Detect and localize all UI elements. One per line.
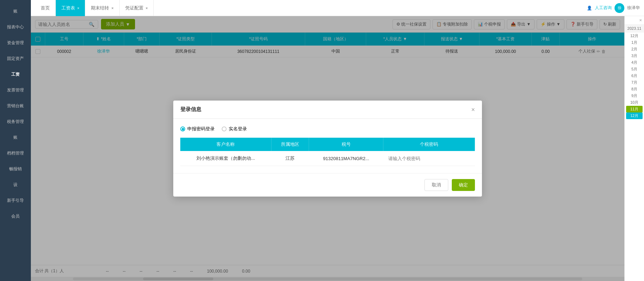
sidebar-item-tax-mgmt[interactable]: 税务管理 [0, 114, 31, 130]
modal-close-button[interactable]: × [471, 107, 475, 113]
sidebar-item-member[interactable]: 会员 [0, 208, 31, 224]
help-label[interactable]: 人工咨询 [595, 5, 612, 11]
sidebar-item-invoice-mgmt[interactable]: 发票管理 [0, 82, 31, 98]
sidebar-item-salary[interactable]: 工资 [0, 67, 31, 82]
calendar-month-12-prev[interactable]: 12月 [625, 33, 644, 39]
sidebar-item-fixed-assets[interactable]: 固定资产 [0, 51, 31, 67]
modal-cell-password [383, 151, 475, 166]
tab-voucher-config[interactable]: 凭证配置 × [120, 0, 154, 16]
tab-home[interactable]: 首页 [35, 0, 56, 16]
sidebar-item-report-center[interactable]: 报表中心 [0, 19, 31, 35]
tab-bar: 首页 工资表 × 期末结转 × 凭证配置 × 👤 人工咨询 徐 徐泽华 [31, 0, 644, 16]
tab-period-close-btn[interactable]: × [111, 0, 113, 16]
sidebar-item-sales-ledger[interactable]: 营销台账 [0, 98, 31, 114]
calendar-month-5[interactable]: 5月 [625, 66, 644, 73]
calendar-month-12[interactable]: 12月 [626, 112, 643, 119]
login-info-modal: 登录信息 × 申报密码登录 实名登录 [173, 101, 482, 197]
tab-period-close[interactable]: 期末结转 × [85, 0, 119, 16]
calendar-month-10[interactable]: 10月 [625, 99, 644, 106]
sidebar: 账 报表中心 资金管理 固定资产 工资 发票管理 营销台账 税务管理 账 档档管… [0, 0, 31, 281]
calendar-month-4[interactable]: 4月 [625, 59, 644, 66]
radio-password-login[interactable]: 申报密码登录 [180, 126, 215, 132]
tax-password-input[interactable] [388, 156, 470, 161]
sidebar-item-guide[interactable]: 新手引导 [0, 193, 31, 208]
modal-table: 客户名称 所属地区 税号 个税密码 刘小艳演示账套（勿删勿动... [180, 138, 475, 166]
sidebar-item-ledger[interactable]: 账 [0, 130, 31, 145]
modal-body: 申报密码登录 实名登录 客户名称 [173, 119, 482, 173]
radio-realname-login[interactable]: 实名登录 [222, 126, 247, 132]
calendar-close-button[interactable]: × [625, 16, 644, 24]
user-label[interactable]: 徐泽华 [627, 5, 640, 11]
calendar-month-11[interactable]: 11月 [626, 106, 643, 112]
calendar-panel: × 2023.11 12月 1月 2月 3月 4月 5月 6月 7月 8月 9月… [624, 16, 644, 281]
tab-salary[interactable]: 工资表 × [56, 0, 85, 16]
calendar-month-1[interactable]: 1月 [625, 39, 644, 46]
page-content: 🔍 添加人员 ▼ ⚙ 统一社保设置 📋 专项附加扣除 [31, 16, 624, 281]
calendar-month-6[interactable]: 6月 [625, 73, 644, 79]
sidebar-item-file-mgmt[interactable]: 档档管理 [0, 145, 31, 161]
tab-voucher-close[interactable]: × [146, 0, 148, 16]
sidebar-item-expense[interactable]: 畅报销 [0, 161, 31, 177]
modal-col-password: 个税密码 [383, 138, 475, 151]
modal-cell-tax-id: 91320811MA7NGR2... [309, 151, 383, 166]
tab-salary-close[interactable]: × [77, 0, 79, 16]
help-icon: 👤 [587, 6, 592, 11]
calendar-month-2[interactable]: 2月 [625, 46, 644, 53]
modal-table-row: 刘小艳演示账套（勿删勿动... 江苏 91320811MA7NGR2... [180, 151, 475, 166]
sidebar-item-account[interactable]: 账 [0, 4, 31, 19]
calendar-month-7[interactable]: 7月 [625, 79, 644, 86]
calendar-month-9[interactable]: 9月 [625, 92, 644, 99]
modal-header: 登录信息 × [173, 101, 482, 119]
modal-cell-region: 江苏 [271, 151, 309, 166]
calendar-month-3[interactable]: 3月 [625, 53, 644, 59]
confirm-button[interactable]: 确定 [452, 179, 475, 191]
modal-col-region: 所属地区 [271, 138, 309, 151]
calendar-month-8[interactable]: 8月 [625, 86, 644, 92]
calendar-year: 2023.11 [625, 24, 644, 33]
modal-footer: 取消 确定 [173, 173, 482, 197]
modal-overlay: 登录信息 × 申报密码登录 实名登录 [31, 16, 624, 281]
radio-realname-icon [222, 126, 227, 131]
cancel-button[interactable]: 取消 [424, 179, 448, 191]
sidebar-item-settings[interactable]: 设 [0, 177, 31, 193]
radio-password-icon [180, 126, 185, 131]
sidebar-item-fund-mgmt[interactable]: 资金管理 [0, 35, 31, 51]
modal-col-tax-id: 税号 [309, 138, 383, 151]
modal-cell-client: 刘小艳演示账套（勿删勿动... [180, 151, 271, 166]
modal-col-client: 客户名称 [180, 138, 271, 151]
user-avatar: 徐 [615, 3, 624, 13]
login-type-group: 申报密码登录 实名登录 [180, 126, 475, 132]
top-bar-right: 👤 人工咨询 徐 徐泽华 [587, 3, 640, 13]
modal-title: 登录信息 [180, 106, 201, 113]
